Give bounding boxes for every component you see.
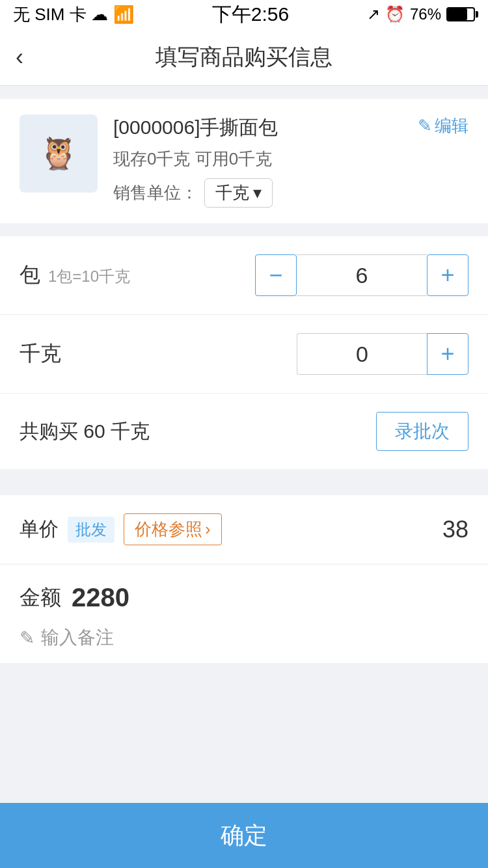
- remark-placeholder: 输入备注: [41, 625, 114, 650]
- unit-dropdown[interactable]: 千克 ▾: [204, 178, 273, 208]
- product-unit-row: 销售单位： 千克 ▾: [113, 178, 468, 208]
- batch-button[interactable]: 录批次: [376, 412, 468, 451]
- no-sim-text: 无 SIM 卡 ☁: [13, 3, 108, 26]
- unit-value: 千克: [215, 182, 249, 204]
- total-text: 共购买 60 千克: [20, 418, 150, 445]
- dropdown-arrow-icon: ▾: [253, 183, 262, 203]
- bao-qty-row: 包 1包=10千克 − +: [0, 236, 488, 315]
- price-left: 单价 批发 价格参照 ›: [20, 513, 222, 545]
- battery-icon: [446, 7, 475, 21]
- location-icon: ↗: [367, 5, 380, 23]
- bao-hint: 1包=10千克: [48, 266, 130, 287]
- bao-plus-button[interactable]: +: [427, 254, 468, 296]
- bao-qty-input[interactable]: [297, 254, 427, 296]
- status-left: 无 SIM 卡 ☁ 📶: [13, 3, 134, 26]
- amount-section: 金额 2280 ✎ 输入备注: [0, 565, 488, 663]
- kg-qty-input[interactable]: [297, 333, 427, 375]
- bao-qty-control: − +: [255, 254, 468, 296]
- price-type-tag: 批发: [68, 517, 115, 543]
- status-time: 下午2:56: [212, 1, 289, 28]
- page-title: 填写商品购买信息: [156, 42, 332, 72]
- amount-label: 金额: [20, 584, 61, 612]
- bao-minus-button[interactable]: −: [255, 254, 297, 296]
- kg-qty-row: 千克 +: [0, 315, 488, 394]
- price-ref-arrow-icon: ›: [205, 519, 211, 539]
- product-card: 🦉 [0000006]手撕面包 ✎ 编辑 现存0千克 可用0千克 销售单位： 千…: [0, 99, 488, 223]
- amount-value: 2280: [72, 583, 129, 612]
- bao-label-group: 包 1包=10千克: [20, 261, 255, 290]
- status-right: ↗ ⏰ 76%: [367, 5, 475, 23]
- kg-plus-button[interactable]: +: [427, 333, 468, 375]
- edit-label: 编辑: [435, 115, 468, 137]
- product-stock: 现存0千克 可用0千克: [113, 148, 468, 170]
- edit-icon: ✎: [418, 116, 432, 136]
- kg-qty-control: +: [297, 333, 468, 375]
- alarm-icon: ⏰: [385, 5, 405, 23]
- product-name-row: [0000006]手撕面包 ✎ 编辑: [113, 115, 468, 141]
- price-label: 单价: [20, 516, 59, 543]
- wifi-icon: 📶: [113, 5, 134, 25]
- product-image: 🦉: [20, 115, 98, 193]
- separator-2: [0, 469, 488, 482]
- remark-row[interactable]: ✎ 输入备注: [20, 625, 468, 650]
- total-row: 共购买 60 千克 录批次: [0, 394, 488, 469]
- bao-label: 包: [20, 261, 40, 290]
- price-ref-label: 价格参照: [135, 518, 202, 541]
- battery-fill: [448, 8, 467, 20]
- confirm-button[interactable]: 确定: [0, 803, 488, 868]
- price-ref-button[interactable]: 价格参照 ›: [124, 513, 222, 545]
- nav-bar: ‹ 填写商品购买信息: [0, 29, 488, 86]
- product-info: [0000006]手撕面包 ✎ 编辑 现存0千克 可用0千克 销售单位： 千克 …: [113, 115, 468, 208]
- back-button[interactable]: ‹: [16, 44, 23, 71]
- edit-button[interactable]: ✎ 编辑: [418, 115, 468, 137]
- kg-label: 千克: [20, 340, 61, 368]
- product-logo-icon: 🦉: [39, 135, 78, 172]
- price-value: 38: [442, 516, 468, 543]
- pencil-icon: ✎: [20, 627, 34, 649]
- status-bar: 无 SIM 卡 ☁ 📶 下午2:56 ↗ ⏰ 76%: [0, 0, 488, 29]
- amount-row: 金额 2280: [20, 583, 468, 612]
- quantity-section: 包 1包=10千克 − + 千克 + 共购买 60 千克 录批次: [0, 236, 488, 469]
- price-section: 单价 批发 价格参照 › 38: [0, 495, 488, 563]
- separator-1: [0, 223, 488, 236]
- product-name: [0000006]手撕面包: [113, 115, 278, 141]
- battery-pct: 76%: [410, 5, 441, 23]
- kg-label-group: 千克: [20, 340, 297, 368]
- unit-label: 销售单位：: [113, 182, 198, 204]
